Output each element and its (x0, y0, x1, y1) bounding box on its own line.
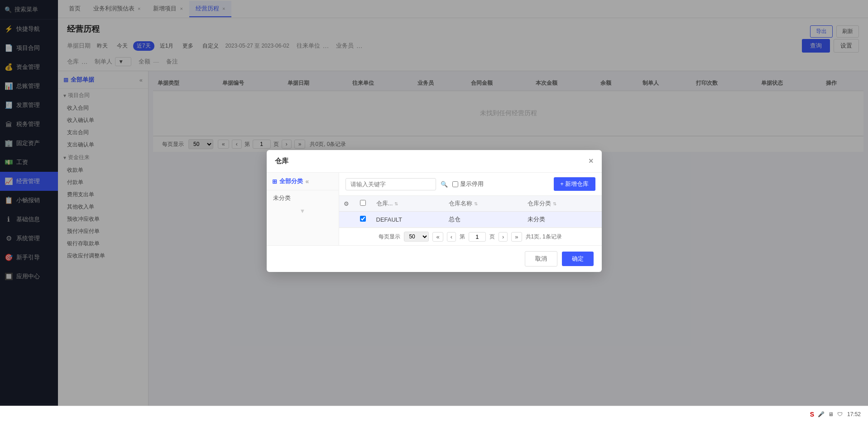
modal-last-page-btn[interactable]: » (511, 232, 522, 242)
modal-page-input[interactable] (469, 232, 486, 242)
modal-uncategorized-item[interactable]: 未分类 (267, 190, 339, 206)
modal-total-label: 共1页, 1条记录 (526, 233, 562, 241)
select-all-checkbox[interactable] (360, 200, 366, 206)
row-checkbox[interactable] (355, 212, 372, 228)
warehouse-modal: 仓库 × ⊞ 全部分类 « 未分类 ▼ (267, 150, 602, 272)
row-code: DEFAULT (372, 212, 445, 228)
modal-all-label: ⊞ 全部分类 (272, 177, 303, 185)
modal-header: 仓库 × (267, 150, 602, 173)
sort-icon-name: ⇅ (474, 201, 478, 206)
modal-overlay: 仓库 × ⊞ 全部分类 « 未分类 ▼ (0, 0, 868, 422)
modal-th-code: 仓库... ⇅ (372, 196, 445, 212)
modal-table: ⚙ 仓库... ⇅ 仓库名称 ⇅ 仓库分类 ⇅ DEFAULT 总仓 未分类 (339, 196, 602, 228)
modal-grid-icon: ⊞ (272, 178, 277, 185)
taskbar-icons: S 🎤 🖥 🛡 (810, 411, 843, 418)
scroll-down-icon: ▼ (300, 208, 306, 214)
taskbar-icon-3: 🖥 (828, 411, 834, 417)
modal-next-page-btn[interactable]: › (499, 232, 508, 242)
add-warehouse-button[interactable]: + 新增仓库 (554, 177, 595, 191)
modal-prev-page-btn[interactable]: ‹ (447, 232, 456, 242)
modal-right-panel: 🔍 显示停用 + 新增仓库 ⚙ 仓库... ⇅ (339, 173, 602, 245)
modal-collapse-icon[interactable]: « (306, 178, 309, 185)
taskbar-icon-1: S (810, 411, 814, 418)
taskbar-icon-4: 🛡 (837, 411, 843, 417)
row-category: 未分类 (523, 212, 602, 228)
modal-left-header: ⊞ 全部分类 « (267, 173, 339, 190)
modal-table-header-row: ⚙ 仓库... ⇅ 仓库名称 ⇅ 仓库分类 ⇅ (339, 196, 602, 212)
modal-toolbar: 🔍 显示停用 + 新增仓库 (339, 173, 602, 196)
modal-table-row[interactable]: DEFAULT 总仓 未分类 (339, 212, 602, 228)
modal-th-settings: ⚙ (339, 196, 355, 212)
taskbar-time: 17:52 (847, 411, 861, 417)
modal-search-input[interactable] (345, 178, 436, 190)
modal-page-label: 第 (460, 233, 465, 241)
modal-footer-actions: 取消 确定 (267, 245, 602, 272)
modal-footer-bar: 每页显示 50100 « ‹ 第 页 › » 共1页, 1条记录 (339, 228, 602, 245)
sort-icon-code: ⇅ (394, 201, 398, 206)
sort-icon-category: ⇅ (553, 201, 556, 206)
settings-col-icon: ⚙ (344, 200, 349, 207)
taskbar: S 🎤 🖥 🛡 17:52 (0, 406, 868, 422)
show-disabled-checkbox[interactable] (452, 181, 458, 187)
modal-close-button[interactable]: × (589, 156, 594, 166)
modal-left-scroll: ▼ (267, 206, 339, 216)
modal-per-page-label: 每页显示 (379, 233, 400, 241)
modal-page-suffix: 页 (489, 233, 495, 241)
taskbar-icon-2: 🎤 (818, 411, 825, 417)
modal-th-category: 仓库分类 ⇅ (523, 196, 602, 212)
modal-left-panel: ⊞ 全部分类 « 未分类 ▼ (267, 173, 339, 245)
modal-per-page-select[interactable]: 50100 (404, 232, 429, 242)
row-select-checkbox[interactable] (360, 216, 366, 222)
modal-body: ⊞ 全部分类 « 未分类 ▼ 🔍 (267, 173, 602, 245)
modal-first-page-btn[interactable]: « (432, 232, 443, 242)
modal-th-name: 仓库名称 ⇅ (444, 196, 523, 212)
modal-th-checkbox (355, 196, 372, 212)
row-drag (339, 212, 355, 228)
modal-title: 仓库 (275, 157, 288, 165)
modal-search-icon: 🔍 (441, 181, 448, 188)
show-disabled-label[interactable]: 显示停用 (452, 180, 484, 188)
row-name: 总仓 (444, 212, 523, 228)
warehouse-table: ⚙ 仓库... ⇅ 仓库名称 ⇅ 仓库分类 ⇅ DEFAULT 总仓 未分类 (339, 196, 602, 228)
confirm-button[interactable]: 确定 (562, 252, 594, 266)
cancel-button[interactable]: 取消 (525, 251, 557, 267)
